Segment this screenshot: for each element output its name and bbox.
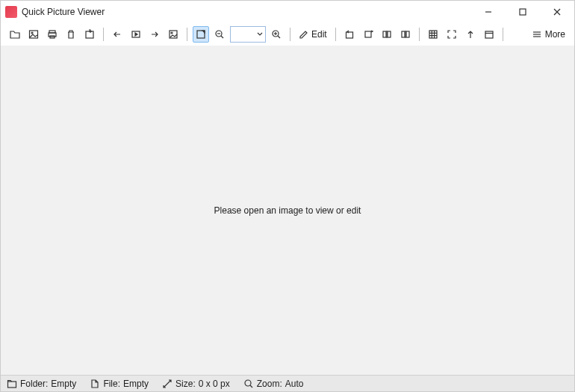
maximize-icon: [519, 8, 526, 16]
slideshow-icon: [131, 29, 141, 40]
rotate-left-icon: [344, 29, 355, 40]
svg-rect-23: [383, 31, 386, 37]
svg-rect-9: [86, 31, 93, 38]
titlebar: Quick Picture Viewer: [1, 1, 574, 23]
separator: [503, 28, 503, 41]
minimize-button[interactable]: [471, 1, 506, 23]
separator: [335, 28, 336, 41]
toolbar: Edit More: [1, 23, 574, 46]
autozoom-button[interactable]: [193, 26, 209, 43]
delete-button[interactable]: [63, 26, 79, 43]
flip-horizontal-icon: [382, 29, 392, 40]
autozoom-icon: [196, 29, 206, 40]
zoom-icon: [243, 379, 254, 389]
ontop-button[interactable]: [462, 26, 479, 43]
close-button[interactable]: [540, 1, 574, 23]
image-save-icon: [28, 29, 39, 40]
print-button[interactable]: [44, 26, 60, 43]
maximize-button[interactable]: [506, 1, 540, 23]
more-button[interactable]: More: [529, 26, 568, 43]
status-zoom-label: Zoom:: [257, 379, 282, 389]
svg-rect-22: [365, 31, 371, 37]
separator: [290, 28, 290, 41]
save-as-button[interactable]: [25, 26, 42, 43]
folder-open-icon: [10, 29, 20, 40]
external-icon: [84, 29, 95, 40]
svg-rect-1: [520, 9, 526, 15]
pencil-icon: [299, 29, 309, 40]
flip-v-button[interactable]: [397, 26, 414, 43]
flip-vertical-icon: [400, 29, 411, 40]
app-icon: [5, 6, 17, 18]
rotate-right-button[interactable]: [360, 26, 376, 43]
svg-rect-33: [485, 31, 493, 38]
separator: [419, 28, 420, 41]
edit-button[interactable]: Edit: [296, 26, 330, 43]
svg-point-5: [31, 32, 33, 34]
svg-rect-26: [402, 31, 405, 37]
status-folder-label: Folder:: [20, 379, 48, 389]
edit-label: Edit: [311, 29, 327, 40]
canvas-placeholder: Please open an image to view or edit: [214, 205, 361, 216]
status-zoom: Zoom: Auto: [243, 379, 304, 389]
file-icon: [90, 379, 100, 389]
svg-line-18: [278, 36, 280, 38]
image-canvas: Please open an image to view or edit: [1, 46, 574, 375]
zoom-out-button[interactable]: [211, 26, 228, 43]
window-controls: [471, 1, 574, 23]
status-zoom-value: Auto: [285, 379, 304, 389]
prev-button[interactable]: [109, 26, 125, 43]
arrow-right-icon: [149, 29, 160, 40]
status-file-label: File:: [103, 379, 120, 389]
open-button[interactable]: [7, 26, 23, 43]
status-size-label: Size:: [175, 379, 196, 389]
svg-point-39: [245, 380, 251, 386]
status-size: Size: 0 x 0 px: [162, 379, 230, 389]
status-folder: Folder: Empty: [7, 379, 76, 389]
minimize-icon: [485, 8, 492, 16]
print-icon: [47, 29, 58, 40]
flip-h-button[interactable]: [379, 26, 395, 43]
info-button[interactable]: [165, 26, 181, 43]
close-icon: [553, 8, 561, 16]
zoom-in-icon: [271, 29, 282, 40]
statusbar: Folder: Empty File: Empty Size: 0 x 0 px…: [1, 375, 574, 391]
rotate-left-button[interactable]: [341, 26, 358, 43]
status-file-value: Empty: [123, 379, 149, 389]
image-info-icon: [168, 29, 178, 40]
zoom-combo[interactable]: [230, 26, 266, 43]
svg-point-12: [171, 32, 172, 34]
external-button[interactable]: [81, 26, 98, 43]
frameless-button[interactable]: [481, 26, 497, 43]
next-button[interactable]: [146, 26, 163, 43]
separator: [103, 28, 104, 41]
slideshow-button[interactable]: [128, 26, 144, 43]
trash-icon: [66, 29, 76, 40]
window-title: Quick Picture Viewer: [22, 7, 471, 17]
hamburger-icon: [532, 30, 542, 39]
fullscreen-button[interactable]: [444, 26, 460, 43]
svg-rect-27: [406, 31, 409, 37]
arrow-left-icon: [112, 29, 122, 40]
zoom-out-icon: [214, 29, 225, 40]
folder-icon: [7, 379, 17, 389]
svg-rect-28: [429, 31, 437, 38]
dimensions-icon: [162, 379, 172, 389]
zoom-in-button[interactable]: [268, 26, 285, 43]
svg-line-40: [250, 385, 252, 388]
more-label: More: [545, 29, 565, 40]
frameless-icon: [484, 29, 494, 40]
rotate-right-icon: [363, 29, 373, 40]
svg-rect-38: [8, 382, 16, 388]
fullscreen-icon: [447, 29, 457, 40]
svg-rect-24: [388, 31, 391, 37]
chevron-down-icon: [257, 31, 263, 37]
grid-icon: [428, 29, 438, 40]
svg-line-15: [221, 36, 223, 38]
checkerboard-button[interactable]: [425, 26, 441, 43]
separator: [187, 28, 187, 41]
status-file: File: Empty: [90, 379, 149, 389]
status-size-value: 0 x 0 px: [199, 379, 230, 389]
svg-rect-21: [346, 32, 352, 38]
status-folder-value: Empty: [51, 379, 76, 389]
